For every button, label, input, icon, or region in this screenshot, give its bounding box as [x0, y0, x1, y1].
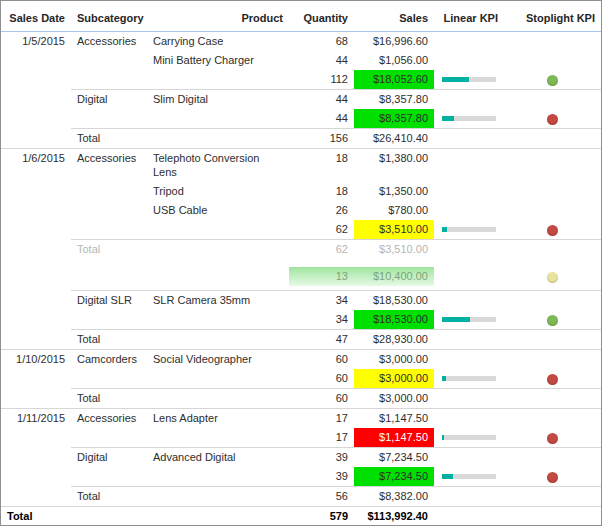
sales-cell: $18,052.60: [354, 70, 434, 90]
product-cell: Mini Battery Charger: [147, 51, 289, 70]
stoplight-kpi-cell: [504, 350, 601, 370]
report-frame: Sales Date Subcategory Product Quantity …: [0, 0, 602, 526]
sales-date-cell: [1, 201, 71, 220]
spacer-cell: [1, 259, 601, 267]
table-row: 62 $3,510.00: [1, 220, 601, 240]
quantity-cell: 60: [289, 369, 354, 389]
stoplight-kpi-cell: [504, 109, 601, 129]
stoplight-indicator-red: [547, 225, 558, 236]
sales-cell: $113,992.40: [354, 507, 434, 526]
subcategory-cell: [71, 428, 147, 448]
linear-kpi-fill: [442, 77, 469, 82]
linear-kpi-cell: [434, 409, 504, 429]
subcategory-cell: [71, 182, 147, 201]
sales-date-cell: [1, 109, 71, 129]
table-row: Total 47 $28,930.00: [1, 330, 601, 350]
linear-kpi-cell: [434, 109, 504, 129]
product-cell: [147, 129, 289, 149]
table-row: Tripod 18 $1,350.00: [1, 182, 601, 201]
sales-cell: $3,000.00: [354, 389, 434, 409]
sales-date-cell: [1, 467, 71, 487]
subcategory-cell: [71, 369, 147, 389]
sales-cell: $8,382.00: [354, 487, 434, 507]
subcategory-cell: [71, 70, 147, 90]
sales-cell: $10,400.00: [354, 267, 434, 286]
sales-date-cell: 1/10/2015: [1, 350, 71, 370]
table-row: Mini Battery Charger 44 $1,056.00: [1, 51, 601, 70]
col-header-quantity: Quantity: [289, 5, 354, 32]
sales-cell: $18,530.00: [354, 310, 434, 330]
sales-cell: $8,357.80: [354, 109, 434, 129]
col-header-linear-kpi: Linear KPI: [434, 5, 504, 32]
product-cell: Carrying Case: [147, 32, 289, 52]
product-cell: Slim Digital: [147, 90, 289, 110]
sales-date-cell: Total: [1, 507, 71, 526]
stoplight-kpi-cell: [504, 182, 601, 201]
subcategory-cell: [71, 267, 147, 286]
subcategory-cell: Accessories: [71, 409, 147, 429]
product-cell: [147, 467, 289, 487]
stoplight-indicator-green: [547, 315, 558, 326]
product-cell: [147, 487, 289, 507]
stoplight-indicator-red: [547, 374, 558, 385]
sales-cell: $3,510.00: [354, 240, 434, 260]
linear-kpi-cell: [434, 129, 504, 149]
stoplight-indicator-red: [547, 433, 558, 444]
subcategory-cell: Digital: [71, 90, 147, 110]
linear-kpi-cell: [434, 90, 504, 110]
col-header-product: Product: [147, 5, 289, 32]
sales-cell: $1,380.00: [354, 149, 434, 183]
table-row: 39 $7,234.50: [1, 467, 601, 487]
stoplight-kpi-cell: [504, 129, 601, 149]
table-row: Digital Advanced Digital 39 $7,234.50: [1, 448, 601, 468]
linear-kpi-gauge: [442, 317, 496, 322]
product-cell: [147, 428, 289, 448]
stoplight-kpi-cell: [504, 240, 601, 260]
stoplight-kpi-cell: [504, 467, 601, 487]
product-cell: SLR Camera 35mm: [147, 291, 289, 311]
sales-date-cell: [1, 428, 71, 448]
sales-cell: $1,147.50: [354, 428, 434, 448]
product-cell: [147, 389, 289, 409]
stoplight-kpi-cell: [504, 32, 601, 52]
subcategory-cell: [71, 220, 147, 240]
table-row: 1/11/2015 Accessories Lens Adapter 17 $1…: [1, 409, 601, 429]
sales-cell: $3,000.00: [354, 350, 434, 370]
table-row: Total 62 $3,510.00: [1, 240, 601, 260]
stoplight-indicator-green: [547, 75, 558, 86]
table-row: Total 156 $26,410.40: [1, 129, 601, 149]
stoplight-kpi-cell: [504, 409, 601, 429]
quantity-cell: 62: [289, 240, 354, 260]
sales-date-cell: [1, 70, 71, 90]
sales-cell: $1,147.50: [354, 409, 434, 429]
table-row: Total 60 $3,000.00: [1, 389, 601, 409]
sales-date-cell: [1, 90, 71, 110]
linear-kpi-cell: [434, 149, 504, 183]
sales-cell: $7,234.50: [354, 467, 434, 487]
table-row: 44 $8,357.80: [1, 109, 601, 129]
product-cell: [147, 369, 289, 389]
linear-kpi-gauge: [442, 116, 496, 121]
sales-cell: $1,350.00: [354, 182, 434, 201]
sales-cell: $28,930.00: [354, 330, 434, 350]
spacer-row: [1, 259, 601, 267]
linear-kpi-cell: [434, 182, 504, 201]
stoplight-indicator-red: [547, 114, 558, 125]
sales-date-cell: [1, 51, 71, 70]
header-row: Sales Date Subcategory Product Quantity …: [1, 5, 601, 32]
linear-kpi-cell: [434, 51, 504, 70]
quantity-cell: 156: [289, 129, 354, 149]
quantity-cell: 44: [289, 90, 354, 110]
table-row: 1/10/2015 Camcorders Social Videographer…: [1, 350, 601, 370]
linear-kpi-cell: [434, 330, 504, 350]
linear-kpi-fill: [442, 317, 470, 322]
linear-kpi-cell: [434, 350, 504, 370]
quantity-cell: 112: [289, 70, 354, 90]
sales-cell: $780.00: [354, 201, 434, 220]
sales-cell: $7,234.50: [354, 448, 434, 468]
product-cell: [147, 220, 289, 240]
table-row: USB Cable 26 $780.00: [1, 201, 601, 220]
product-cell: [147, 109, 289, 129]
sales-cell: $16,996.60: [354, 32, 434, 52]
linear-kpi-cell: [434, 267, 504, 286]
